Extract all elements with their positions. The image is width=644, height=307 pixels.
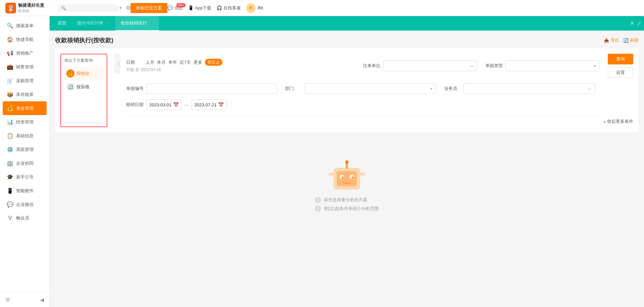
sidebar-item-finance[interactable]: 💰 资金管理 — [3, 101, 47, 115]
calendar-end-icon: 📅 — [218, 102, 224, 107]
setting-button[interactable]: 设置 — [608, 67, 633, 78]
system-icon: ⚙️ — [7, 146, 13, 153]
date-shortcut-custom[interactable]: 自定义 — [205, 59, 222, 66]
sidebar-item-hardware[interactable]: 📱 智能硬件 — [0, 184, 49, 198]
tab-home[interactable]: 首页 — [52, 16, 72, 31]
search-dropdown-icon[interactable]: ▾ — [119, 5, 122, 10]
sidebar-item-operations[interactable]: 📊 经营管理 — [0, 115, 49, 129]
sidebar-item-search-menu[interactable]: 🔍 搜索菜单 — [0, 19, 49, 33]
verify-date-start-input[interactable]: 2023-03-01 📅 — [146, 99, 182, 110]
tab-prepay-label: 预付冲应付单 — [77, 20, 103, 26]
employee-label: 业务员 — [444, 86, 461, 92]
finance-icon: 💰 — [7, 105, 13, 111]
online-service-button[interactable]: 🎧 在线客服 — [217, 5, 241, 11]
headset-icon: 🎧 — [217, 5, 222, 10]
search-bar[interactable]: 🔍 — [58, 4, 118, 12]
collapse-sidebar-icon[interactable]: ◀ — [40, 297, 44, 303]
date-shortcut-this-year[interactable]: 本年 — [168, 59, 177, 65]
sidebar-item-marketing[interactable]: 📢 营销推广 — [0, 46, 49, 60]
partner-input[interactable]: ··· — [383, 60, 477, 71]
collapse-more-label: 收起更多条件 — [607, 118, 633, 124]
form-field-docno: 单据编号 — [126, 83, 277, 94]
refresh-button[interactable]: 🔄 刷新 — [623, 37, 639, 43]
close-all-tabs-icon[interactable]: ✕ — [630, 20, 634, 27]
hint-num-1: 1 — [315, 197, 321, 203]
date-shortcuts: 上月 本月 本年 近7天 更多 自定义 — [146, 59, 222, 66]
date-shortcut-this-month[interactable]: 本月 — [157, 59, 166, 65]
wechat-icon: 💬 — [7, 201, 13, 208]
calendar-start-icon: 📅 — [173, 102, 179, 107]
message-button[interactable]: 💬 消息 99+ — [167, 5, 183, 11]
solution-button[interactable]: 体验行业方案 — [130, 3, 167, 13]
top-right-actions: 💬 消息 99+ 📱 App下载 🎧 在线客服 R Rit — [167, 3, 263, 13]
export-button[interactable]: 📤 导出 — [604, 37, 619, 43]
query-button[interactable]: 查询 — [608, 54, 633, 64]
page-title: 收款核销执行(按收款) — [55, 36, 113, 44]
tab-prepay[interactable]: 预付冲应付单 ✕ — [72, 16, 115, 31]
filter-by-receipt[interactable]: 💰 按收款 — [64, 67, 103, 80]
date-more[interactable]: 更多 — [194, 59, 202, 65]
date-shortcut-7days[interactable]: 近7天 — [180, 59, 191, 65]
filter-by-receivable[interactable]: 🔄 按应收 — [64, 80, 103, 94]
gear-icon[interactable]: ⚙ — [126, 5, 130, 11]
collapse-arrows-icon: « — [603, 119, 606, 124]
collapse-more-button[interactable]: « 收起更多条件 — [126, 115, 633, 127]
employee-input[interactable]: ··· — [464, 83, 595, 94]
docno-label: 单据编号 — [126, 86, 144, 92]
page-header: 收款核销执行(按收款) 📤 导出 🔄 刷新 — [55, 36, 639, 44]
svg-point-5 — [352, 176, 354, 178]
app-download-button[interactable]: 📱 App下载 — [188, 5, 211, 11]
close-tab-collection-icon[interactable]: ✕ — [149, 20, 154, 26]
sidebar-item-wechat[interactable]: 💬 企业微信 — [0, 198, 49, 211]
refresh-label: 刷新 — [630, 37, 639, 43]
sidebar-item-guide[interactable]: 🎓 新手引导 — [0, 170, 49, 184]
query-form: 日期 上月 本月 本年 近7天 更多 自定义 不限 至 2 — [126, 54, 633, 127]
empty-hint-1: 1 请先选择要分析的方案 — [315, 197, 378, 203]
empty-illustration — [327, 159, 367, 193]
sidebar-item-enterprise[interactable]: 🏢 企业协同 — [0, 156, 49, 170]
doctype-label: 单据类型 — [485, 63, 503, 69]
verify-date-end-input[interactable]: 2023-07-21 📅 — [192, 99, 227, 110]
sidebar-item-label: 销售管理 — [16, 64, 34, 70]
sidebar-item-label: 营销推广 — [16, 50, 34, 56]
verify-date-label: 核销日期 — [126, 102, 144, 108]
empty-svg — [327, 159, 367, 193]
docno-input[interactable] — [146, 83, 277, 94]
close-tab-prepay-icon[interactable]: ✕ — [105, 20, 110, 26]
settings-icon[interactable]: ⚙ — [5, 297, 10, 303]
filter-receivable-label: 按应收 — [76, 84, 90, 90]
user-profile[interactable]: R Rit — [246, 3, 263, 13]
sidebar-item-label: 库存核算 — [16, 92, 34, 98]
sidebar-item-sales[interactable]: 💼 销售管理 — [0, 60, 49, 74]
sidebar-item-member[interactable]: V 畅会员 — [0, 211, 49, 225]
tab-bar: 首页 预付冲应付单 ✕ 收款核销执行 ✕ ✕ ⤢ — [50, 16, 644, 31]
doctype-select[interactable]: ▾ — [505, 60, 600, 71]
collapse-icon: 《 — [115, 61, 120, 67]
dots-icon: ··· — [470, 63, 474, 68]
tab-collection[interactable]: 收款核销执行 ✕ — [115, 16, 159, 31]
sidebar-item-quick-nav[interactable]: 🏠 快捷导航 — [0, 33, 49, 46]
dept-select[interactable]: ▾ — [305, 83, 436, 94]
verify-date-start-value: 2023-03-01 — [149, 102, 172, 107]
page-content: 收款核销执行(按收款) 📤 导出 🔄 刷新 按以下方案查询 — [50, 31, 644, 307]
sidebar-item-inventory[interactable]: 📦 库存核算 — [0, 88, 49, 101]
filter-panel: 按以下方案查询 💰 按收款 🔄 按应收 — [60, 54, 107, 127]
sidebar-item-purchase[interactable]: 🛒 采购管理 — [0, 74, 49, 88]
home-label: 首页 — [58, 20, 66, 26]
page-header-actions: 📤 导出 🔄 刷新 — [604, 37, 639, 43]
dept-label: 部门 — [285, 86, 302, 92]
logo-sub: 标准版 — [18, 8, 44, 13]
date-shortcut-last-month[interactable]: 上月 — [146, 59, 154, 65]
search-menu-icon: 🔍 — [7, 22, 13, 29]
sidebar-item-label: 搜索菜单 — [16, 23, 34, 29]
sidebar-item-basic-info[interactable]: 📋 基础信息 — [0, 129, 49, 143]
sidebar-item-label: 企业协同 — [16, 160, 34, 166]
online-service-label: 在线客服 — [223, 5, 241, 11]
collapse-filter-button[interactable]: 《 — [114, 54, 121, 74]
sidebar-item-system[interactable]: ⚙️ 系统管理 — [0, 143, 49, 156]
receipt-filter-icon: 💰 — [66, 69, 74, 78]
logo-text: 畅捷通好生意 标准版 — [18, 3, 44, 13]
tab-collection-label: 收款核销执行 — [121, 20, 147, 26]
sidebar-item-label: 快捷导航 — [16, 37, 34, 43]
expand-icon[interactable]: ⤢ — [637, 20, 641, 27]
